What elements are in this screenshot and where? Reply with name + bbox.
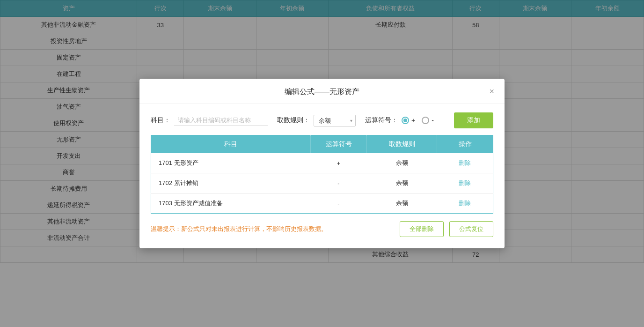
delete-all-button[interactable]: 全部删除 [400, 221, 444, 237]
modal-overlay: 编辑公式——无形资产 × 科目： 取数规则： 余额 借方余额 贷方余额 本期借方… [0, 0, 644, 327]
radio-group: + - [402, 117, 434, 124]
table-header-row: 科目 运算符号 取数规则 操作 [151, 135, 493, 154]
cell-operator-2: - [311, 173, 367, 193]
close-button[interactable]: × [486, 85, 497, 97]
rule-select[interactable]: 余额 借方余额 贷方余额 本期借方 本期贷方 [314, 115, 356, 126]
th-action: 操作 [437, 135, 493, 154]
subject-input[interactable] [174, 115, 268, 126]
th-operator: 运算符号 [311, 135, 367, 154]
modal-dialog: 编辑公式——无形资产 × 科目： 取数规则： 余额 借方余额 贷方余额 本期借方… [139, 79, 505, 248]
cell-action-3: 删除 [437, 193, 493, 214]
radio-minus-label: - [432, 117, 434, 124]
modal-header: 编辑公式——无形资产 × [139, 79, 505, 104]
radio-plus-label: + [411, 117, 415, 124]
cell-subject-2: 1702 累计摊销 [151, 173, 311, 193]
cell-rule-1: 余额 [367, 153, 437, 173]
footer-actions: 全部删除 公式复位 [400, 221, 493, 237]
delete-button-2[interactable]: 删除 [459, 179, 471, 186]
th-rule: 取数规则 [367, 135, 437, 154]
operator-label: 运算符号： [365, 116, 398, 125]
delete-button-1[interactable]: 删除 [459, 159, 471, 166]
rule-select-wrap: 余额 借方余额 贷方余额 本期借方 本期贷方 ▾ [314, 115, 356, 126]
data-table: 科目 运算符号 取数规则 操作 1701 无形资产 + 余额 删除 [151, 135, 493, 214]
rule-label: 取数规则： [277, 116, 310, 125]
cell-action-2: 删除 [437, 173, 493, 193]
data-table-wrap: 科目 运算符号 取数规则 操作 1701 无形资产 + 余额 删除 [139, 135, 505, 214]
modal-footer: 温馨提示：新公式只对未出报表进行计算，不影响历史报表数据。 全部删除 公式复位 [139, 214, 505, 239]
radio-circle-plus [402, 117, 409, 124]
cell-action-1: 删除 [437, 153, 493, 173]
table-row: 1701 无形资产 + 余额 删除 [151, 153, 493, 173]
cell-operator-1: + [311, 153, 367, 173]
cell-subject-1: 1701 无形资产 [151, 153, 311, 173]
radio-minus[interactable]: - [422, 117, 434, 124]
hint-text: 温馨提示：新公式只对未出报表进行计算，不影响历史报表数据。 [151, 225, 327, 233]
th-subject: 科目 [151, 135, 311, 154]
subject-label: 科目： [151, 116, 170, 125]
cell-subject-3: 1703 无形资产减值准备 [151, 193, 311, 214]
add-button[interactable]: 添加 [454, 112, 493, 128]
rule-field-group: 取数规则： 余额 借方余额 贷方余额 本期借方 本期贷方 ▾ [277, 115, 356, 126]
table-row: 1702 累计摊销 - 余额 删除 [151, 173, 493, 193]
table-row: 1703 无形资产减值准备 - 余额 删除 [151, 193, 493, 214]
cell-rule-3: 余额 [367, 193, 437, 214]
form-row: 科目： 取数规则： 余额 借方余额 贷方余额 本期借方 本期贷方 ▾ [139, 104, 505, 135]
operator-field-group: 运算符号： + - [365, 116, 434, 125]
cell-rule-2: 余额 [367, 173, 437, 193]
radio-plus[interactable]: + [402, 117, 415, 124]
modal-title: 编辑公式——无形资产 [285, 88, 359, 96]
delete-button-3[interactable]: 删除 [459, 200, 471, 207]
radio-circle-minus [422, 117, 429, 124]
cell-operator-3: - [311, 193, 367, 214]
reset-formula-button[interactable]: 公式复位 [449, 221, 493, 237]
subject-field-group: 科目： [151, 115, 268, 126]
